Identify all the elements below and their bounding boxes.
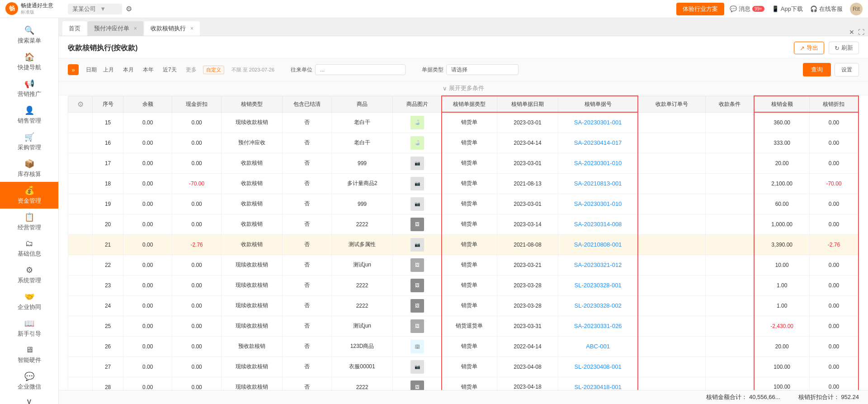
- tab-fullscreen-icon[interactable]: ⛶: [858, 29, 864, 36]
- col-cancel-discount-cell: 0.00: [809, 255, 859, 275]
- avatar[interactable]: Rit: [850, 3, 863, 15]
- tab-home[interactable]: 首页: [62, 21, 87, 36]
- col-receipt-condition-cell: [705, 336, 754, 356]
- col-receipt-condition-cell: [705, 377, 754, 390]
- export-button[interactable]: ↗ 导出: [794, 42, 824, 54]
- date-opt-this-month[interactable]: 本月: [119, 65, 137, 75]
- query-button[interactable]: 查询: [803, 63, 831, 76]
- date-opt-more[interactable]: 更多: [182, 65, 200, 75]
- col-goods-img-cell: 📷: [393, 234, 442, 255]
- col-no-cell: 27: [93, 356, 123, 377]
- col-bill-report-date-cell: 2023-03-28: [497, 275, 558, 295]
- sidebar-item-smart-hw[interactable]: 🖥 智能硬件: [0, 342, 58, 368]
- col-receipt-order-no-cell: [638, 153, 705, 173]
- sidebar-item-inventory[interactable]: 📦 库存核算: [0, 155, 58, 182]
- col-cancel-discount-cell: 0.00: [809, 316, 859, 336]
- col-receipt-condition-cell: [705, 173, 754, 194]
- sidebar-item-marketing[interactable]: 📢 营销推广: [0, 75, 58, 102]
- col-no-cell: 16: [93, 133, 123, 153]
- tab-prepay-close[interactable]: ×: [134, 25, 137, 32]
- cancel-discount-total: 952.24: [841, 394, 859, 400]
- col-gear-cell: [68, 234, 93, 255]
- date-opt-last-month[interactable]: 上月: [99, 65, 118, 75]
- col-receipt-order-no-cell: [638, 275, 705, 295]
- sidebar-item-enterprise[interactable]: 🤝 企业协同: [0, 288, 58, 315]
- col-gear-cell: [68, 275, 93, 295]
- col-receipt-condition-cell: [705, 356, 754, 377]
- col-goods-img-cell: 🖼: [393, 214, 442, 234]
- col-bill-report-date-cell: 2022-04-14: [497, 336, 558, 356]
- tab-close-all-icon[interactable]: ✕: [849, 29, 854, 36]
- logo-name: 畅捷通好生意: [21, 2, 53, 9]
- refresh-button[interactable]: ↻ 刷新: [829, 42, 859, 54]
- col-cancel-discount-cell: 0.00: [809, 377, 859, 390]
- tab-collect[interactable]: 收款核销执行 ×: [144, 21, 200, 36]
- col-cash-discount-cell: 0.00: [172, 295, 221, 316]
- col-receipt-condition-cell: [705, 255, 754, 275]
- sidebar-item-purchase[interactable]: 🛒 采购管理: [0, 128, 58, 155]
- settings-icon[interactable]: ⚙: [126, 5, 132, 13]
- col-include-settled-cell: 否: [283, 133, 331, 153]
- col-goods-img-cell: 🖼: [393, 275, 442, 295]
- bill-type-select[interactable]: 请选择: [446, 64, 519, 75]
- sidebar-item-operations[interactable]: 📋 经营管理: [0, 209, 58, 235]
- col-balance-cell: 0.00: [123, 316, 172, 336]
- filter-toggle-button[interactable]: »: [68, 64, 79, 75]
- col-gear-cell: [68, 214, 93, 234]
- setting-button[interactable]: 设置: [835, 63, 859, 76]
- expand-more-button[interactable]: ∨ 展开更多条件: [443, 84, 484, 92]
- sidebar-item-sales[interactable]: 👤 销售管理: [0, 102, 58, 128]
- date-opt-7days[interactable]: 近7天: [159, 65, 180, 75]
- sidebar-item-sys-manage[interactable]: ⚙ 系统管理: [0, 261, 58, 288]
- counterpart-input[interactable]: [315, 64, 406, 75]
- col-cancel-amount-cell: 360.00: [754, 112, 809, 133]
- col-gear[interactable]: ⚙: [68, 96, 93, 112]
- table-container[interactable]: ⚙ 序号 余额 现金折扣 核销类型 包含已结清 商品 商品图片 核销单据类型 核…: [59, 95, 868, 390]
- company-selector[interactable]: 某某公司 ▼: [68, 4, 122, 14]
- date-opt-this-year[interactable]: 本年: [139, 65, 157, 75]
- message-btn[interactable]: 💬 消息 99+: [730, 5, 764, 13]
- app-download-btn[interactable]: 📱 App下载: [772, 5, 803, 13]
- refresh-icon: ↻: [835, 45, 840, 52]
- online-service-btn[interactable]: 🎧 在线客服: [810, 5, 843, 13]
- col-cash-discount-cell: 0.00: [172, 377, 221, 390]
- sidebar-item-base-info[interactable]: 🗂 基础信息: [0, 235, 58, 261]
- col-cash-discount-cell: -70.00: [172, 173, 221, 194]
- col-cancel-amount-cell: 1.00: [754, 295, 809, 316]
- col-balance-cell: 0.00: [123, 173, 172, 194]
- col-cancel-discount-cell: 0.00: [809, 214, 859, 234]
- table-row: 16 0.00 0.00 预付冲应收 否 老白干 🍶 销货单 2023-04-1…: [68, 133, 859, 153]
- col-balance-cell: 0.00: [123, 194, 172, 214]
- table-row: 27 0.00 0.00 现续收款核销 否 衣服00001 📷 销货单 2023…: [68, 356, 859, 377]
- goods-thumbnail: 🖼: [410, 258, 424, 272]
- sidebar-item-member[interactable]: V 畅会员: [0, 394, 58, 404]
- tab-collect-close[interactable]: ×: [190, 25, 193, 32]
- solution-button[interactable]: 体验行业方案: [676, 3, 724, 15]
- sidebar-item-search-menu[interactable]: 🔍 搜索菜单: [0, 22, 58, 48]
- col-bill-no: 核销单据号: [558, 96, 638, 112]
- col-goods-img-cell: 🖼: [393, 295, 442, 316]
- sidebar-item-guide[interactable]: 📖 新手引导: [0, 315, 58, 342]
- col-no-cell: 20: [93, 214, 123, 234]
- col-goods-cell: 123D商品: [331, 336, 393, 356]
- col-cancel-discount-cell: 0.00: [809, 275, 859, 295]
- col-no: 序号: [93, 96, 123, 112]
- sidebar-item-wechat[interactable]: 💬 企业微信: [0, 368, 58, 394]
- custom-tag[interactable]: 自定义: [203, 66, 224, 74]
- col-cancel-type-cell: 收款核销: [221, 173, 283, 194]
- col-goods-img-cell: 🍶: [393, 112, 442, 133]
- tab-prepay[interactable]: 预付冲应付单 ×: [88, 21, 143, 36]
- col-receipt-condition-cell: [705, 214, 754, 234]
- col-goods-cell: 999: [331, 153, 393, 173]
- col-bill-report-type-cell: 销货单: [442, 295, 497, 316]
- sidebar-item-quick-nav[interactable]: 🏠 快捷导航: [0, 48, 58, 75]
- date-range: 不限 至 2023-07-26: [231, 67, 274, 73]
- sidebar-item-finance[interactable]: 💰 资金管理: [0, 182, 58, 209]
- col-bill-report-type: 核销单据类型: [442, 96, 497, 112]
- col-bill-report-date-cell: 2023-03-31: [497, 316, 558, 336]
- col-include-settled-cell: 否: [283, 275, 331, 295]
- col-cash-discount-cell: 0.00: [172, 133, 221, 153]
- wechat-icon: 💬: [24, 371, 34, 381]
- top-actions: 体验行业方案 💬 消息 99+ 📱 App下载 🎧 在线客服 Rit: [676, 3, 863, 15]
- col-gear-cell: [68, 112, 93, 133]
